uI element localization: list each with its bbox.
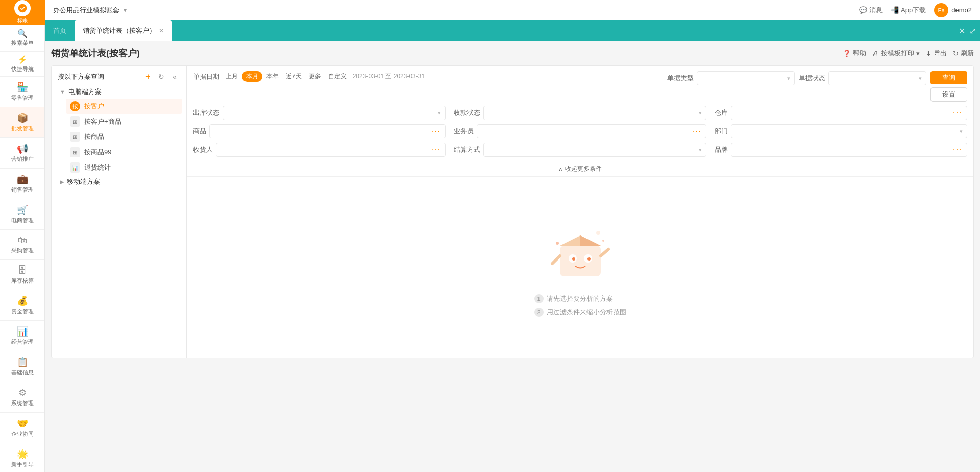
desktop-group-label: 电脑端方案 xyxy=(68,87,102,97)
scheme-item-goods99[interactable]: ⊞ 按商品99 xyxy=(66,145,182,160)
date-last-month[interactable]: 上月 xyxy=(223,71,241,82)
print-dropdown-arrow[interactable]: ▾ xyxy=(916,50,920,57)
app-download-btn[interactable]: 📲 App下载 xyxy=(891,6,926,15)
receiver-select[interactable]: ··· xyxy=(216,143,446,157)
date-this-year[interactable]: 本年 xyxy=(263,71,282,82)
scheme-group-mobile-header[interactable]: ▶ 移动端方案 xyxy=(56,175,182,188)
filter-row-2: 出库状态 ▾ 收款状态 ▾ xyxy=(193,106,967,120)
recv-status-arrow: ▾ xyxy=(699,110,702,116)
message-btn[interactable]: 💬 消息 xyxy=(859,6,883,15)
svg-point-11 xyxy=(602,240,604,242)
tab-sales-stats-close[interactable]: ✕ xyxy=(159,27,164,34)
order-type-label: 单据类型 xyxy=(667,74,694,83)
sidebar-item-finance[interactable]: 💰 资金管理 xyxy=(0,290,44,321)
query-button[interactable]: 查询 xyxy=(930,71,967,84)
empty-state-icon xyxy=(547,218,614,284)
date-custom[interactable]: 自定义 xyxy=(325,71,350,82)
collapse-bar[interactable]: ∧ 收起更多条件 xyxy=(193,161,967,176)
sidebar-item-basic[interactable]: 📋 基础信息 xyxy=(0,351,44,382)
brand-select[interactable]: ··· xyxy=(731,143,967,157)
marketing-label: 营销推广 xyxy=(11,155,34,163)
sidebar-item-newbie[interactable]: 🌟 新手引导 xyxy=(0,443,44,472)
collapse-bar-text: ∧ 收起更多条件 xyxy=(558,164,602,173)
scheme-item-goods[interactable]: ⊞ 按商品 xyxy=(66,129,182,145)
app-download-icon: 📲 xyxy=(891,6,899,14)
date-this-month[interactable]: 本月 xyxy=(242,71,262,82)
sidebar-item-wholesale[interactable]: 📦 批发管理 xyxy=(0,107,44,138)
warehouse-label: 仓库 xyxy=(715,108,728,117)
operations-label: 经营管理 xyxy=(11,338,34,346)
header-dropdown-arrow[interactable]: ▾ xyxy=(124,7,127,14)
scheme-refresh-btn[interactable]: ↻ xyxy=(156,71,167,82)
order-type-select[interactable]: ▾ xyxy=(697,71,795,85)
scheme-item-return[interactable]: 📊 退货统计 xyxy=(66,160,182,175)
system-icon: ⚙ xyxy=(18,387,27,398)
date-7days[interactable]: 近7天 xyxy=(283,71,305,82)
order-status-select[interactable]: ▾ xyxy=(828,71,926,85)
order-status-label: 单据状态 xyxy=(799,74,825,83)
refresh-btn[interactable]: ↻ 刷新 xyxy=(953,49,974,58)
tip-text-1: 请先选择要分析的方案 xyxy=(547,294,613,303)
settings-button[interactable]: 设置 xyxy=(930,87,967,102)
out-status-label: 出库状态 xyxy=(193,108,219,117)
retail-label: 零售管理 xyxy=(11,94,34,102)
sidebar-item-sales[interactable]: 💼 销售管理 xyxy=(0,169,44,199)
goods-dots: ··· xyxy=(431,127,441,136)
warehouse-dots: ··· xyxy=(953,108,963,117)
sidebar-item-retail[interactable]: 🏪 零售管理 xyxy=(0,77,44,107)
help-btn[interactable]: ❓ 帮助 xyxy=(843,49,866,58)
out-status-select[interactable]: ▾ xyxy=(223,106,446,120)
sidebar-item-operations[interactable]: 📊 经营管理 xyxy=(0,321,44,351)
salesman-select[interactable]: ··· xyxy=(477,124,706,138)
scheme-item-goods99-icon: ⊞ xyxy=(70,147,80,157)
sidebar-item-marketing[interactable]: 📢 营销推广 xyxy=(0,138,44,169)
sidebar-search-btn[interactable]: 🔍 搜索菜单 xyxy=(0,25,44,52)
settle-arrow: ▾ xyxy=(699,147,702,153)
warehouse-select[interactable]: ··· xyxy=(731,106,967,120)
page-actions: ❓ 帮助 🖨 按模板打印 ▾ ⬇ 导出 ↻ 刷新 xyxy=(843,49,974,58)
sidebar-item-inventory[interactable]: 🗄 库存核算 xyxy=(0,260,44,290)
header-title: 办公用品行业模拟账套 xyxy=(53,6,119,15)
print-icon: 🖨 xyxy=(872,50,879,57)
main-area: 办公用品行业模拟账套 ▾ 💬 消息 📲 App下载 Ea demo2 首页 xyxy=(45,0,980,472)
sidebar-item-enterprise[interactable]: 🤝 企业协同 xyxy=(0,413,44,443)
goods-filter: 商品 ··· xyxy=(193,124,446,138)
salesman-label: 业务员 xyxy=(454,127,474,136)
tab-home[interactable]: 首页 xyxy=(45,20,75,41)
sidebar-quicknav-btn[interactable]: ⚡ 快捷导航 xyxy=(0,52,44,77)
header-right: 💬 消息 📲 App下载 Ea demo2 xyxy=(859,3,972,17)
ecommerce-icon: 🛒 xyxy=(17,204,28,216)
scheme-group-mobile: ▶ 移动端方案 xyxy=(56,175,182,188)
settle-select[interactable]: ▾ xyxy=(483,143,706,157)
sidebar-item-ecommerce[interactable]: 🛒 电商管理 xyxy=(0,199,44,230)
scheme-group-desktop-header[interactable]: ▼ 电脑端方案 xyxy=(56,85,182,99)
user-area[interactable]: Ea demo2 xyxy=(934,3,972,17)
sidebar-item-purchase[interactable]: 🛍 采购管理 xyxy=(0,230,44,260)
tab-action-close[interactable]: ✕ xyxy=(959,26,965,36)
goods-select[interactable]: ··· xyxy=(209,124,446,138)
enterprise-label: 企业协同 xyxy=(11,430,34,438)
sidebar-item-system[interactable]: ⚙ 系统管理 xyxy=(0,382,44,413)
scheme-item-by-customer[interactable]: 按 按客户 xyxy=(66,99,182,114)
svg-line-9 xyxy=(601,249,608,256)
date-range: 2023-03-01 至 2023-03-31 xyxy=(353,72,425,81)
scheme-add-btn[interactable]: + xyxy=(142,71,154,82)
scheme-collapse-btn[interactable]: « xyxy=(169,71,180,82)
sidebar-logo[interactable]: 标账 xyxy=(0,0,45,25)
svg-marker-3 xyxy=(580,235,601,246)
scheme-item-customer-goods-label: 按客户+商品 xyxy=(84,117,121,126)
dept-label: 部门 xyxy=(715,127,728,136)
export-btn[interactable]: ⬇ 导出 xyxy=(926,49,947,58)
tip-num-2: 2 xyxy=(534,308,544,317)
tab-sales-stats[interactable]: 销货单统计表（按客户） ✕ xyxy=(75,20,172,41)
print-btn[interactable]: 🖨 按模板打印 ▾ xyxy=(872,49,920,58)
tab-action-expand[interactable]: ⤢ xyxy=(969,26,976,36)
tab-sales-stats-label: 销货单统计表（按客户） xyxy=(83,26,156,35)
date-more[interactable]: 更多 xyxy=(306,71,324,82)
purchase-icon: 🛍 xyxy=(18,235,27,246)
dept-select[interactable]: ▾ xyxy=(731,124,967,138)
scheme-item-customer-goods[interactable]: ⊞ 按客户+商品 xyxy=(66,114,182,129)
split-container: 按以下方案查询 + ↻ « ▼ 电脑端方案 xyxy=(51,65,974,358)
print-label: 按模板打印 xyxy=(881,49,914,58)
recv-status-select[interactable]: ▾ xyxy=(483,106,706,120)
